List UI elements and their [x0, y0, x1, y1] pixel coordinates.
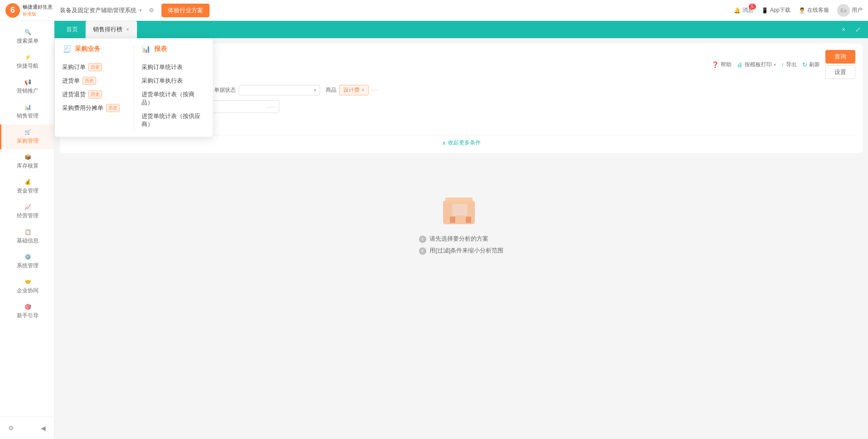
collapse-button[interactable]: ∧ 收起更多条件: [442, 139, 481, 147]
sidebar-footer: ⚙ ◀: [0, 417, 54, 439]
purchase-icon: 🛒: [24, 129, 31, 135]
sidebar: 🔍 搜索菜单 ⚡ 快捷导航 📢 营销推广 📊 销售管理 🛒 采购管理 📦 库存核…: [0, 21, 54, 439]
voucher-status-label: 单据状态: [214, 86, 236, 94]
dropdown-purchase-col: 🧾 采购业务 采购订单 历史 进货单 历史 进货退货 历史 采购费用分摊单 历史: [55, 44, 134, 131]
sidebar-item-basics[interactable]: 📋 基础信息: [0, 224, 54, 249]
user-button[interactable]: Ea 用户: [837, 4, 863, 17]
window-expand-button[interactable]: ⤢: [853, 24, 863, 35]
service-icon: 👨‍💼: [799, 7, 805, 14]
collapse-up-icon: ∧: [442, 140, 446, 146]
sidebar-item-operations[interactable]: 📈 经营管理: [0, 199, 54, 224]
menu-item-stock-stat-supplier[interactable]: 进货单统计表（按供应商）: [141, 109, 206, 131]
voucher-status-group: 单据状态 ▾: [214, 85, 320, 95]
logo-icon: 6: [5, 3, 20, 18]
settings-icon[interactable]: ⚙: [145, 4, 158, 17]
report-menu-icon: 📊: [141, 44, 151, 54]
sales-icon: 📊: [24, 104, 31, 110]
online-service-button[interactable]: 👨‍💼 在线客服: [799, 6, 829, 14]
print-chevron-icon: ▾: [774, 62, 776, 67]
guide-icon: 🎯: [24, 304, 31, 310]
footer-settings-button[interactable]: ⚙: [5, 422, 17, 434]
sidebar-item-quicknav[interactable]: ⚡ 快捷导航: [0, 49, 54, 74]
goods-label: 商品: [326, 86, 336, 94]
export-icon: ↑: [781, 61, 785, 68]
quick-nav-icon: ⚡: [24, 54, 31, 60]
svg-rect-2: [452, 204, 468, 216]
export-button[interactable]: ↑ 导出: [781, 61, 797, 69]
system-title[interactable]: 装备及固定资产辅助管理系统 ▾: [60, 6, 141, 15]
menu-item-purchase-order[interactable]: 采购订单 历史: [62, 60, 127, 74]
notifications-button[interactable]: 🔔 消息 5: [734, 6, 753, 14]
goods-more-icon[interactable]: ···: [371, 86, 380, 94]
sidebar-item-finance[interactable]: 💰 资金管理: [0, 174, 54, 199]
svg-rect-1: [445, 197, 473, 204]
operations-icon: 📈: [24, 204, 31, 210]
tab-sales-rank[interactable]: 销售排行榜 ×: [86, 21, 137, 38]
svg-rect-3: [450, 217, 455, 223]
dropdown-purchase-title: 🧾 采购业务: [62, 44, 127, 56]
sidebar-item-search[interactable]: 🔍 搜索菜单: [0, 25, 54, 49]
menu-item-stock-return[interactable]: 进货退货 历史: [62, 88, 127, 101]
empty-text: ① 请先选择要分析的方案 ② 用[过滤]条件来缩小分析范围: [419, 233, 504, 256]
marketing-icon: 📢: [24, 79, 31, 85]
basics-icon: 📋: [24, 229, 31, 235]
sidebar-item-sales[interactable]: 📊 销售管理: [0, 99, 54, 124]
bell-icon: 🔔: [734, 7, 741, 14]
sidebar-item-purchase[interactable]: 🛒 采购管理: [0, 124, 54, 149]
refresh-icon: ↻: [802, 61, 807, 68]
tab-actions: × ⤢: [838, 24, 863, 35]
help-icon: ❓: [712, 61, 719, 68]
header-middle: 装备及固定资产辅助管理系统 ▾ ⚙ 体验行业方案: [60, 4, 734, 17]
sidebar-item-inventory[interactable]: 📦 库存核算: [0, 149, 54, 174]
svg-rect-4: [466, 217, 471, 223]
logo-text: 畅捷通好生意 标准版: [23, 4, 53, 17]
print-button[interactable]: 🖨 按模板打印 ▾: [737, 61, 776, 69]
empty-area: ① 请先选择要分析的方案 ② 用[过滤]条件来缩小分析范围: [60, 153, 863, 293]
goods-tag[interactable]: 设计费 ×: [339, 85, 368, 95]
dropdown-report-col: 📊 报表 采购订单统计表 采购订单执行表 进货单统计表（按商品） 进货单统计表（…: [134, 44, 213, 131]
empty-illustration: [439, 189, 484, 226]
menu-item-stock-stat-goods[interactable]: 进货单统计表（按商品）: [141, 88, 206, 109]
inventory-icon: 📦: [24, 154, 31, 160]
sidebar-item-system[interactable]: ⚙️ 系统管理: [0, 249, 54, 274]
top-header: 6 畅捷通好生意 标准版 装备及固定资产辅助管理系统 ▾ ⚙ 体验行业方案 🔔 …: [0, 0, 868, 21]
purchase-menu-icon: 🧾: [62, 44, 72, 54]
refresh-button[interactable]: ↻ 刷新: [802, 61, 820, 69]
collab-icon: 🤝: [24, 279, 31, 285]
menu-item-purchase-expense[interactable]: 采购费用分摊单 历史: [62, 101, 127, 115]
tab-close-icon[interactable]: ×: [126, 26, 129, 33]
footer-collapse-button[interactable]: ◀: [37, 422, 49, 434]
voucher-status-select[interactable]: ▾: [239, 85, 320, 95]
logo-area: 6 畅捷通好生意 标准版: [5, 3, 60, 18]
industry-button[interactable]: 体验行业方案: [161, 4, 210, 17]
print-icon: 🖨: [737, 61, 743, 68]
chevron-down-icon: ▾: [139, 8, 141, 13]
goods-tag-close-icon[interactable]: ×: [361, 87, 364, 93]
avatar: Ea: [837, 4, 850, 17]
empty-svg: [439, 189, 484, 226]
help-button[interactable]: ❓ 帮助: [712, 61, 731, 69]
sidebar-item-collab[interactable]: 🤝 企业协同: [0, 274, 54, 299]
voucher-status-arrow-icon: ▾: [314, 88, 316, 93]
goods-filter-group: 商品 设计费 × ···: [326, 85, 379, 95]
dropdown-menu: 🧾 采购业务 采购订单 历史 进货单 历史 进货退货 历史 采购费用分摊单 历史: [54, 38, 213, 137]
finance-icon: 💰: [24, 179, 31, 185]
phone-icon: 📱: [761, 7, 768, 14]
window-close-button[interactable]: ×: [838, 24, 849, 35]
menu-item-purchase-order-exec[interactable]: 采购订单执行表: [141, 74, 206, 88]
sidebar-item-guide[interactable]: 🎯 新手引导: [0, 299, 54, 324]
tab-bar: 首页 销售排行榜 × × ⤢: [54, 21, 868, 38]
dropdown-report-title: 📊 报表: [141, 44, 206, 56]
header-right: 🔔 消息 5 📱 App下载 👨‍💼 在线客服 Ea 用户: [734, 4, 863, 17]
sidebar-item-marketing[interactable]: 📢 营销推广: [0, 74, 54, 99]
dropdown-columns: 🧾 采购业务 采购订单 历史 进货单 历史 进货退货 历史 采购费用分摊单 历史: [55, 44, 213, 131]
app-download-button[interactable]: 📱 App下载: [761, 6, 790, 14]
menu-item-stock-in[interactable]: 进货单 历史: [62, 74, 127, 88]
tab-home[interactable]: 首页: [59, 21, 86, 38]
menu-item-purchase-order-stat[interactable]: 采购订单统计表: [141, 60, 206, 74]
search-icon: 🔍: [24, 29, 31, 35]
salesman-more-icon[interactable]: ···: [267, 103, 275, 110]
query-button[interactable]: 查询: [825, 50, 855, 64]
system-icon: ⚙️: [24, 254, 31, 260]
set-button[interactable]: 设置: [825, 65, 855, 79]
